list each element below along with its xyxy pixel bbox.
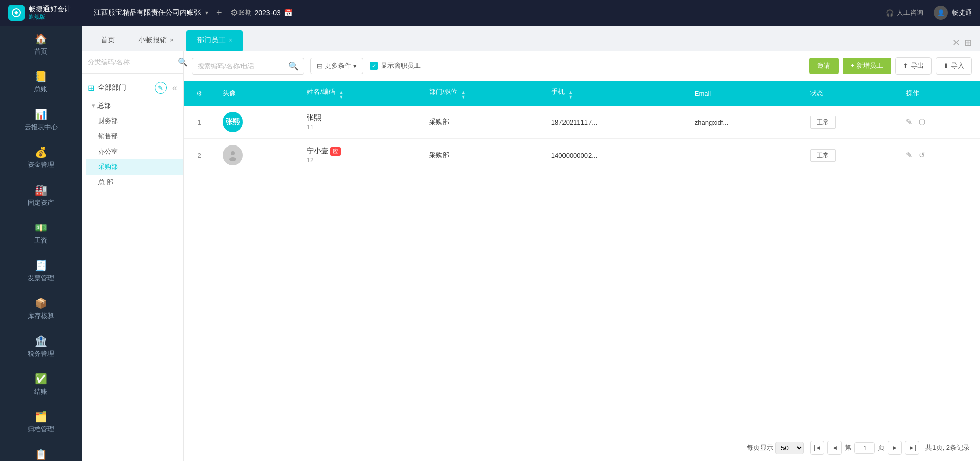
invite-button[interactable]: 邀请 (809, 58, 839, 74)
avatar (223, 145, 243, 165)
expand-window[interactable]: ⊞ (964, 37, 972, 48)
employee-search-input[interactable] (198, 62, 285, 70)
col-avatar-label: 头像 (223, 89, 236, 97)
tax-icon: 🏦 (35, 335, 47, 347)
col-phone[interactable]: 手机 ▲▼ (543, 81, 687, 106)
row-name-code: 宁小壹应 12 (299, 139, 421, 172)
row-name-code: 张熙 11 (299, 106, 421, 139)
tab-expense[interactable]: 小畅报销 × (128, 30, 184, 51)
dept-general-label: 总 部 (98, 178, 113, 186)
avatar: 张熙 (223, 112, 243, 132)
sidebar-item-invoice[interactable]: 🧾 发票管理 (0, 252, 82, 290)
name-sort-icon[interactable]: ▲▼ (339, 90, 344, 100)
sidebar-label-ledger: 总账 (34, 85, 47, 94)
action-icons: ✎ ↺ (906, 151, 972, 160)
calendar-icon[interactable]: 📅 (284, 9, 292, 17)
name-code-group: 张熙 11 (307, 113, 412, 131)
filter-button[interactable]: ⊟ 更多条件 ▾ (310, 58, 363, 74)
dept-node-purchasing[interactable]: 采购部 (86, 159, 183, 175)
sidebar-label-archive: 归档管理 (28, 425, 54, 434)
tab-department-close[interactable]: × (229, 37, 232, 44)
sidebar-item-reports[interactable]: 📊 云报表中心 (0, 101, 82, 139)
search-icon[interactable]: 🔍 (288, 61, 299, 71)
status-badge: 正常 (810, 149, 836, 162)
import-icon: ⬇ (943, 62, 949, 70)
dept-finance-label: 财务部 (98, 117, 118, 125)
archive-icon: 🗂️ (35, 410, 47, 423)
page-size-label: 每页显示 (747, 443, 773, 452)
import-button[interactable]: ⬇ 导入 (936, 57, 972, 75)
row-status: 正常 (802, 139, 898, 172)
col-settings[interactable]: ⚙ (184, 81, 214, 106)
dept-node-sales[interactable]: 销售部 (86, 129, 183, 144)
export-label: 导出 (911, 61, 924, 70)
grid-icon: ⊞ (88, 83, 94, 93)
page-size-select[interactable]: 50 10 20 100 (775, 442, 804, 454)
dept-all-button[interactable]: ⊞ 全部部门 ✎ « (82, 78, 183, 98)
tab-department[interactable]: 部门员工 × (186, 30, 243, 51)
add-button[interactable]: + (216, 8, 222, 18)
sidebar-item-closing[interactable]: ✅ 结账 (0, 366, 82, 403)
dept-sort-icon[interactable]: ▲▼ (461, 90, 466, 100)
row-actions: ✎ ↺ (898, 139, 980, 172)
close-tab-window[interactable]: ✕ (952, 37, 960, 48)
page-prev-button[interactable]: ◄ (827, 441, 842, 455)
edit-icon[interactable]: ✎ (906, 151, 913, 160)
refresh-icon[interactable]: ↺ (919, 151, 925, 160)
dept-node-general[interactable]: 总 部 (86, 175, 183, 190)
tab-home[interactable]: 首页 (90, 30, 126, 51)
sidebar-item-ledger[interactable]: 📒 总账 (0, 63, 82, 101)
dept-collapse-button[interactable]: « (172, 83, 177, 93)
dept-collapse-triangle[interactable]: ▾ (92, 102, 95, 109)
dept-node-finance[interactable]: 财务部 (86, 113, 183, 129)
toolbar-right: 邀请 + 新增员工 ⬆ 导出 ⬇ 导入 (809, 57, 972, 75)
sidebar-item-archive[interactable]: 🗂️ 归档管理 (0, 403, 82, 441)
export-button[interactable]: ⬆ 导出 (895, 57, 932, 75)
sidebar-item-expense[interactable]: 📋 小畅报销 (0, 441, 82, 461)
show-resigned-checkbox[interactable]: ✓ (370, 62, 378, 70)
employees-table-element: ⚙ 头像 姓名/编码 ▲▼ 部门/职位 ▲▼ (184, 81, 980, 172)
dept-node-office[interactable]: 办公室 (86, 144, 183, 159)
user-name: 畅捷通 (952, 8, 972, 17)
settings-button[interactable]: ⚙ (230, 7, 238, 18)
show-resigned-label: 显示离职员工 (381, 61, 421, 70)
employee-name: 张熙 (307, 113, 412, 123)
sidebar-item-home[interactable]: 🏠 首页 (0, 26, 82, 63)
col-email: Email (687, 81, 802, 106)
col-dept[interactable]: 部门/职位 ▲▼ (421, 81, 543, 106)
edit-icon[interactable]: ✎ (906, 117, 913, 127)
sidebar-item-inventory[interactable]: 📦 库存核算 (0, 290, 82, 328)
tab-expense-close[interactable]: × (170, 37, 174, 44)
row-avatar: 张熙 (214, 106, 299, 139)
user-area[interactable]: 👤 畅捷通 (934, 6, 972, 20)
col-avatar: 头像 (214, 81, 299, 106)
phone-sort-icon[interactable]: ▲▼ (568, 90, 573, 100)
row-phone: 14000000002... (543, 139, 687, 172)
col-email-label: Email (695, 90, 712, 98)
sidebar-item-payroll[interactable]: 💵 工资 (0, 214, 82, 252)
col-name[interactable]: 姓名/编码 ▲▼ (299, 81, 421, 106)
tab-bar: 首页 小畅报销 × 部门员工 × ✕ ⊞ (82, 26, 980, 51)
sidebar-item-assets[interactable]: 🏭 固定资产 (0, 177, 82, 214)
home-icon: 🏠 (35, 33, 47, 45)
period-area: 账期 2023-03 📅 (238, 8, 292, 17)
page-input[interactable] (854, 442, 875, 454)
logo-icon (8, 5, 24, 21)
dept-all-label: 全部部门 (97, 83, 126, 92)
page-first-button[interactable]: |◄ (810, 441, 824, 455)
sidebar-item-tax[interactable]: 🏦 税务管理 (0, 328, 82, 366)
dept-search-input[interactable] (88, 58, 174, 66)
sidebar-item-funds[interactable]: 💰 资金管理 (0, 139, 82, 177)
dept-sales-label: 销售部 (98, 132, 118, 140)
company-dropdown-icon[interactable]: ▾ (205, 9, 208, 16)
logo-title: 畅捷通好会计 (29, 5, 71, 13)
inventory-icon: 📦 (35, 297, 47, 309)
sidebar-label-payroll: 工资 (34, 236, 47, 245)
logout-icon[interactable]: ⬡ (919, 117, 925, 127)
page-last-button[interactable]: ►| (905, 441, 919, 455)
add-employee-button[interactable]: + 新增员工 (843, 58, 891, 74)
company-selector[interactable]: 江西服宝精品有限责任公司内账张 ▾ (94, 8, 208, 17)
page-next-button[interactable]: ► (888, 441, 902, 455)
service-button[interactable]: 🎧 人工咨询 (886, 8, 923, 17)
dept-edit-button[interactable]: ✎ (155, 82, 167, 94)
